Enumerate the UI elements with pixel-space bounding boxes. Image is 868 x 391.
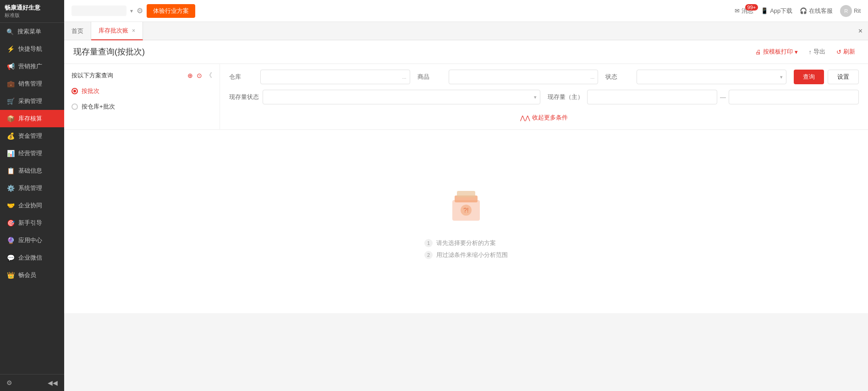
collapse-filter-icon[interactable]: 《 (206, 71, 212, 80)
search-menu-label: 搜索菜单 (17, 27, 41, 36)
wechat-icon: 💬 (6, 254, 15, 262)
online-service-badge[interactable]: 🎧 在线客服 (800, 7, 833, 15)
scheme-radio-by-warehouse-batch (71, 103, 78, 110)
filter-field-warehouse: 仓库 ... (229, 70, 410, 84)
tab-home[interactable]: 首页 (64, 22, 91, 40)
app-subtitle: 标准版 (5, 12, 60, 19)
user-name: Rit (854, 8, 861, 14)
sidebar-item-basics[interactable]: 📋 基础信息 (0, 162, 64, 179)
scheme-label-by-batch: 按批次 (82, 87, 99, 95)
sidebar-label-wechat: 企业微信 (18, 254, 42, 262)
settings-icon[interactable]: ⚙ (6, 379, 12, 386)
sidebar-item-system[interactable]: ⚙️ 系统管理 (0, 179, 64, 197)
inventory-status-select[interactable] (263, 90, 540, 104)
tip-num-1: 1 (424, 239, 433, 247)
sidebar-header: 畅康通好生意 标准版 (0, 0, 64, 23)
sidebar-label-quick-nav: 快捷导航 (18, 45, 42, 53)
product-more-icon[interactable]: ... (590, 74, 594, 80)
topbar-right: ✉ 消息 99+ 📱 App下载 🎧 在线客服 R Rit (735, 5, 861, 17)
scheme-by-batch[interactable]: 按批次 (64, 83, 220, 99)
tip-num-2: 2 (424, 251, 433, 259)
topbar-search-box[interactable] (71, 5, 126, 16)
tab-inventory-batch[interactable]: 库存批次账 × (91, 22, 143, 40)
user-profile[interactable]: R Rit (840, 5, 861, 17)
sidebar-item-marketing[interactable]: 📢 营销推广 (0, 58, 64, 75)
topbar-chevron-icon[interactable]: ▾ (130, 8, 133, 14)
print-dropdown-icon[interactable]: ▾ (795, 49, 798, 55)
refresh-btn[interactable]: ↺ 刷新 (833, 46, 859, 58)
purchase-icon: 🛒 (6, 97, 15, 105)
query-button[interactable]: 查询 (794, 70, 824, 84)
print-btn[interactable]: 🖨 按模板打印 ▾ (752, 46, 802, 58)
warehouse-input-wrapper: ... (260, 70, 410, 84)
sales-icon: 💼 (6, 80, 15, 88)
empty-icon: ?! (443, 184, 489, 230)
topbar-search-input[interactable] (76, 7, 113, 14)
product-input-wrapper: ... (449, 70, 599, 84)
collapse-up-icon: ⋀⋀ (520, 114, 530, 121)
warehouse-more-icon[interactable]: ... (402, 74, 407, 80)
sidebar-item-wechat[interactable]: 💬 企业微信 (0, 249, 64, 266)
sidebar: 畅康通好生意 标准版 🔍 搜索菜单 ⚡ 快捷导航 📢 营销推广 💼 销售管理 🛒… (0, 0, 64, 391)
topbar-left: ▾ ⚙ 体验行业方案 (71, 4, 729, 18)
sidebar-item-finance[interactable]: 💰 资金管理 (0, 127, 64, 145)
product-label: 商品 (418, 73, 445, 81)
filter-field-product: 商品 ... (418, 70, 599, 84)
add-filter-icon[interactable]: ⊕ (187, 72, 193, 79)
scheme-radio-by-batch (71, 88, 78, 94)
sidebar-label-enterprise: 企业协同 (18, 201, 42, 210)
product-input[interactable] (449, 70, 599, 84)
status-select[interactable] (637, 70, 786, 84)
messages-badge[interactable]: ✉ 消息 99+ (735, 7, 753, 15)
filter-sidebar-icons: ⊕ ⊙ 《 (187, 71, 212, 80)
sidebar-scroll: 🔍 搜索菜单 ⚡ 快捷导航 📢 营销推广 💼 销售管理 🛒 采购管理 📦 库存核… (0, 23, 64, 374)
inventory-qty-label: 现存量（主） (548, 93, 583, 101)
sidebar-item-quick-nav[interactable]: ⚡ 快捷导航 (0, 40, 64, 58)
operations-icon: 📊 (6, 149, 15, 157)
app-download-badge[interactable]: 📱 App下载 (761, 7, 792, 15)
sidebar-item-newbie[interactable]: 🎯 新手引导 (0, 214, 64, 232)
sidebar-label-app-center: 应用中心 (18, 236, 42, 244)
avatar-initials: R (844, 8, 848, 14)
page-title: 现存量查询(按批次) (73, 46, 145, 57)
inventory-icon: 📦 (6, 114, 15, 123)
settings-filter-icon[interactable]: ⊙ (197, 72, 202, 79)
app-title: 畅康通好生意 (5, 4, 60, 12)
app-download-label: App下载 (770, 7, 792, 15)
inventory-qty-max-input[interactable] (729, 90, 859, 104)
messages-count: 99+ (745, 4, 758, 11)
page-content: 现存量查询(按批次) 🖨 按模板打印 ▾ ↑ 导出 ↺ 刷新 (64, 40, 868, 391)
inventory-qty-min-input[interactable] (587, 90, 717, 104)
quick-nav-icon: ⚡ (6, 45, 15, 53)
sidebar-footer: ⚙ ◀◀ (0, 374, 64, 391)
warehouse-input[interactable] (260, 70, 410, 84)
sidebar-item-member[interactable]: 👑 畅会员 (0, 266, 64, 284)
sidebar-item-inventory[interactable]: 📦 库存核算 (0, 110, 64, 127)
marketing-icon: 📢 (6, 62, 15, 71)
scheme-label-by-warehouse-batch: 按仓库+批次 (82, 103, 115, 111)
avatar: R (840, 5, 852, 17)
export-btn[interactable]: ↑ 导出 (805, 46, 830, 58)
sidebar-item-sales[interactable]: 💼 销售管理 (0, 75, 64, 92)
scheme-by-warehouse-batch[interactable]: 按仓库+批次 (64, 99, 220, 114)
sidebar-item-enterprise[interactable]: 🤝 企业协同 (0, 197, 64, 214)
sidebar-item-operations[interactable]: 📊 经营管理 (0, 145, 64, 162)
tab-close-icon[interactable]: × (132, 27, 135, 34)
tip-text-1: 请先选择要分析的方案 (436, 239, 496, 247)
sidebar-label-sales: 销售管理 (18, 80, 42, 88)
page-header: 现存量查询(按批次) 🖨 按模板打印 ▾ ↑ 导出 ↺ 刷新 (64, 40, 868, 63)
collapse-more-conditions[interactable]: ⋀⋀ 收起更多条件 (229, 110, 859, 124)
experience-btn[interactable]: 体验行业方案 (147, 4, 195, 18)
sidebar-item-app-center[interactable]: 🔮 应用中心 (0, 232, 64, 249)
topbar-gear-icon[interactable]: ⚙ (137, 6, 143, 15)
online-service-label: 在线客服 (809, 7, 833, 15)
tab-panel-close-icon[interactable]: × (853, 27, 868, 35)
topbar: ▾ ⚙ 体验行业方案 ✉ 消息 99+ 📱 App下载 🎧 在线客服 R (64, 0, 868, 22)
collapse-sidebar-icon[interactable]: ◀◀ (48, 379, 58, 386)
svg-rect-2 (457, 191, 475, 197)
sidebar-item-purchase[interactable]: 🛒 采购管理 (0, 92, 64, 110)
sidebar-search-menu[interactable]: 🔍 搜索菜单 (0, 23, 64, 40)
refresh-icon: ↺ (836, 49, 841, 55)
filter-field-inventory-status: 现存量状态 ▾ (229, 90, 540, 104)
settings-button[interactable]: 设置 (828, 70, 859, 84)
